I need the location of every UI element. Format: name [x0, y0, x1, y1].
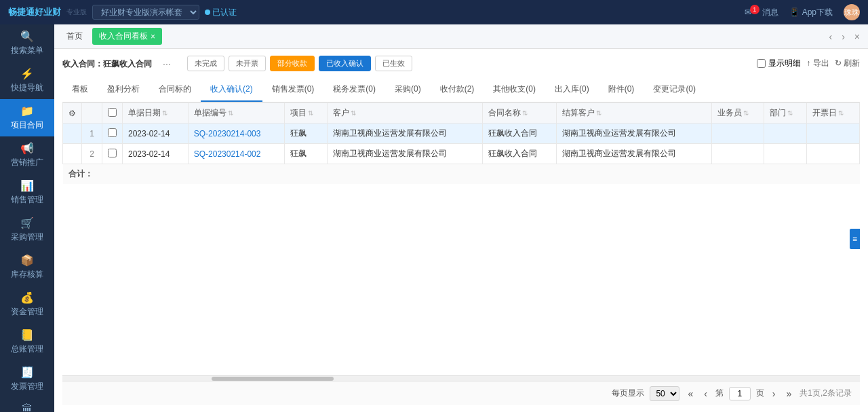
sidebar-item-invoice[interactable]: 🧾 发票管理 — [0, 360, 54, 398]
th-number[interactable]: 单据编号⇅ — [188, 103, 285, 124]
marketing-icon: 📢 — [20, 142, 34, 155]
sidebar-item-quick-nav[interactable]: ⚡ 快捷导航 — [0, 62, 54, 99]
th-billing-date[interactable]: 开票日⇅ — [807, 103, 860, 124]
refresh-button[interactable]: ↻ 刷新 — [835, 58, 860, 69]
tab-active-label: 收入合同看板 — [99, 31, 148, 42]
sort-customer-icon: ⇅ — [351, 109, 356, 117]
app-download-button[interactable]: 📱 App下载 — [789, 7, 833, 18]
invoice-icon: 🧾 — [20, 366, 34, 379]
tab-close-icon[interactable]: × — [151, 32, 155, 41]
tab-payment[interactable]: 收付款(2) — [431, 78, 484, 102]
table-row: 2 2023-02-14 SQ-20230214-002 狂飙 湖南卫视商业运营… — [63, 144, 860, 164]
tab-other-income[interactable]: 其他收支(0) — [484, 78, 545, 102]
tab-purchase[interactable]: 采购(0) — [385, 78, 431, 102]
th-settings[interactable]: ⚙ — [63, 103, 82, 124]
sort-billing-icon: ⇅ — [838, 109, 844, 117]
tab-home[interactable]: 首页 — [60, 28, 90, 45]
sort-number-icon: ⇅ — [228, 109, 233, 117]
page-last-button[interactable]: » — [784, 387, 795, 400]
sidebar-item-ledger[interactable]: 📒 总账管理 — [0, 323, 54, 360]
tab-sales-invoice[interactable]: 销售发票(0) — [262, 78, 324, 102]
sort-dept-icon: ⇅ — [787, 109, 793, 117]
contract-title: 收入合同：狂飙收入合同 — [62, 58, 152, 70]
row1-dept — [764, 124, 807, 144]
page-prev-button[interactable]: ‹ — [701, 387, 710, 400]
status-partial-receipt[interactable]: 部分收款 — [270, 56, 315, 71]
tab-bar: 首页 收入合同看板 × ‹ › × — [54, 24, 868, 49]
table-footer: 合计： — [63, 164, 860, 185]
tab-kanban[interactable]: 看板 — [62, 78, 98, 102]
message-badge: 1 — [750, 5, 760, 14]
row2-number-link[interactable]: SQ-20230214-002 — [194, 149, 261, 159]
app-logo: 畅捷通好业财 — [8, 6, 61, 18]
user-avatar-button[interactable]: 珠珠 — [844, 4, 860, 20]
tab-out-storage[interactable]: 出入库(0) — [545, 78, 599, 102]
more-button[interactable]: ··· — [160, 58, 174, 69]
page-number-input[interactable] — [729, 387, 751, 400]
avatar: 珠珠 — [844, 4, 860, 20]
show-detail-checkbox[interactable]: 显示明细 — [757, 58, 801, 69]
row1-number: SQ-20230214-003 — [188, 124, 285, 144]
sidebar-item-search[interactable]: 🔍 搜索菜单 — [0, 24, 54, 62]
tab-nav-right: ‹ › × — [826, 30, 863, 43]
th-contract-name[interactable]: 合同名称⇅ — [482, 103, 557, 124]
status-uninvoiced[interactable]: 未开票 — [229, 56, 266, 71]
row1-select[interactable] — [108, 128, 117, 137]
th-date[interactable]: 单据日期⇅ — [123, 103, 189, 124]
inventory-icon: 📦 — [20, 254, 34, 267]
tab-next-button[interactable]: › — [839, 30, 848, 43]
row1-number-link[interactable]: SQ-20230214-003 — [194, 129, 261, 138]
page-next-button[interactable]: › — [770, 387, 778, 400]
status-effective[interactable]: 已生效 — [375, 56, 412, 71]
ledger-icon: 📒 — [20, 329, 34, 341]
sort-final-cust-icon: ⇅ — [596, 109, 601, 117]
header-right: ✉ 1 消息 📱 App下载 珠珠 — [745, 4, 860, 20]
right-panel-icon[interactable]: ≡ — [850, 229, 860, 249]
page-first-button[interactable]: « — [685, 387, 696, 400]
sidebar-item-tax[interactable]: 🏛 税务管理 — [0, 398, 54, 412]
row2-dept — [764, 144, 807, 164]
tab-attachment[interactable]: 附件(0) — [599, 78, 644, 102]
contract-right-actions: 显示明细 ↑ 导出 ↻ 刷新 — [757, 58, 860, 69]
tab-active-contract[interactable]: 收入合同看板 × — [92, 28, 162, 45]
per-page-select[interactable]: 50 — [650, 386, 679, 401]
scroll-indicator[interactable] — [62, 375, 860, 381]
row1-date: 2023-02-14 — [123, 124, 189, 144]
tab-prev-button[interactable]: ‹ — [826, 30, 835, 43]
sidebar-item-inventory[interactable]: 📦 库存核算 — [0, 248, 54, 286]
sidebar-item-project[interactable]: 📁 项目合同 — [0, 99, 54, 136]
th-dept[interactable]: 部门⇅ — [764, 103, 807, 124]
sidebar-item-marketing[interactable]: 📢 营销推广 — [0, 136, 54, 174]
status-income-confirmed[interactable]: 已收入确认 — [319, 56, 371, 71]
row1-gear — [63, 124, 82, 144]
status-incomplete[interactable]: 未完成 — [187, 56, 224, 71]
quick-nav-icon: ⚡ — [20, 67, 34, 80]
tab-change-log[interactable]: 变更记录(0) — [644, 78, 705, 102]
export-button[interactable]: ↑ 导出 — [806, 58, 829, 69]
sidebar-item-sales[interactable]: 📊 销售管理 — [0, 174, 54, 211]
th-final-customer[interactable]: 结算客户⇅ — [557, 103, 711, 124]
show-detail-input[interactable] — [757, 59, 766, 68]
select-all-checkbox[interactable] — [108, 108, 117, 117]
th-project[interactable]: 项目⇅ — [285, 103, 328, 124]
sidebar: 🔍 搜索菜单 ⚡ 快捷导航 📁 项目合同 📢 营销推广 📊 销售管理 🛒 采购管… — [0, 24, 54, 412]
search-icon: 🔍 — [20, 30, 34, 43]
row2-billing-date — [807, 144, 860, 164]
row1-project: 狂飙 — [285, 124, 328, 144]
row2-select[interactable] — [108, 149, 117, 157]
tab-profit[interactable]: 盈利分析 — [98, 78, 149, 102]
message-button[interactable]: ✉ 1 消息 — [745, 7, 778, 18]
row1-salesperson — [711, 124, 764, 144]
sidebar-item-purchase[interactable]: 🛒 采购管理 — [0, 211, 54, 248]
th-customer[interactable]: 客户⇅ — [328, 103, 482, 124]
tab-progress[interactable]: 合同标的 — [149, 78, 201, 102]
th-salesperson[interactable]: 业务员⇅ — [711, 103, 764, 124]
data-table: ⚙ 单据日期⇅ 单据编号⇅ 项目⇅ 客户⇅ 合同名称⇅ 结算客户⇅ 业务员⇅ 部… — [62, 102, 860, 184]
sidebar-item-funds[interactable]: 💰 资金管理 — [0, 286, 54, 323]
tab-close-button[interactable]: × — [852, 30, 863, 43]
tab-tax-invoice[interactable]: 税务发票(0) — [323, 78, 385, 102]
row1-checkbox — [102, 124, 123, 144]
tab-income-confirm[interactable]: 收入确认(2) — [201, 78, 262, 102]
sales-icon: 📊 — [20, 179, 34, 192]
company-selector[interactable]: 好业财专业版演示帐套 — [92, 5, 199, 20]
